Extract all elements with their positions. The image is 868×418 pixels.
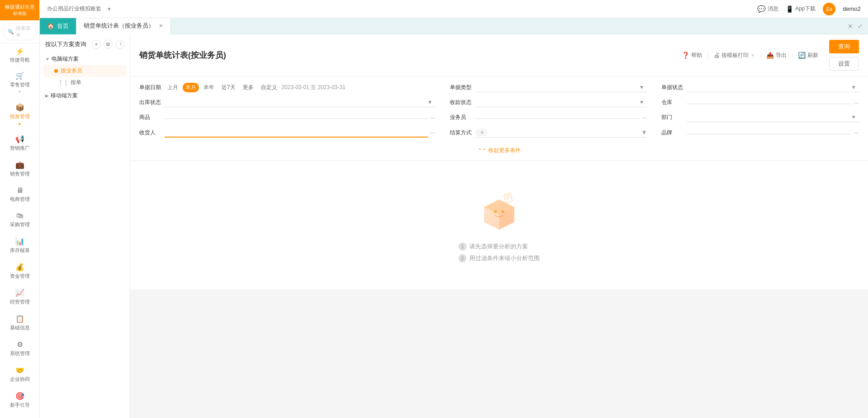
scheme-panel-icons: + ⚙ 《 bbox=[92, 40, 124, 49]
sidebar-search[interactable]: 🔍 搜索菜单 bbox=[0, 20, 39, 43]
query-button[interactable]: 查询 bbox=[829, 40, 859, 53]
sidebar-item-purchase[interactable]: 🛍 采购管理 bbox=[0, 207, 39, 233]
basic-icon: 📋 bbox=[15, 314, 24, 323]
quicknav-icon: ⚡ bbox=[15, 47, 24, 56]
date-tabs-group: 上月 本月 本年 近7天 更多 自定义 2023-03-01 至 2023-03… bbox=[165, 83, 435, 92]
avatar-text: Ea bbox=[826, 6, 832, 12]
filter-out-status: 出库状态 ▼ bbox=[139, 98, 435, 107]
scheme-group-mobile-toggle[interactable]: ▶ 移动端方案 bbox=[43, 90, 126, 101]
divider3 bbox=[792, 52, 793, 59]
sidebar-item-appstore[interactable]: 🔲 应用中心 bbox=[0, 413, 39, 418]
collapse-filter-button[interactable]: ⌃⌃ 收起更多条件 bbox=[139, 143, 859, 154]
inventory-icon: 📊 bbox=[15, 237, 24, 246]
settle-select[interactable]: × ▼ bbox=[475, 128, 647, 138]
sidebar-item-marketing[interactable]: 📢 营销推广 bbox=[0, 130, 39, 156]
settle-tag-close-icon[interactable]: × bbox=[481, 129, 484, 136]
warehouse-dots[interactable]: ··· bbox=[854, 99, 859, 106]
close-window-icon[interactable]: ✕ bbox=[848, 23, 853, 30]
inventory-label: 库存核算 bbox=[10, 247, 30, 254]
sidebar-item-wholesale[interactable]: 📦 批发管理 ▲ bbox=[0, 99, 39, 130]
sidebar-item-sales[interactable]: 💼 销售管理 bbox=[0, 156, 39, 182]
staff-input-area[interactable] bbox=[475, 116, 640, 119]
consignee-dots[interactable]: ··· bbox=[430, 129, 435, 136]
sidebar-item-finance[interactable]: 💰 资金管理 bbox=[0, 258, 39, 284]
settings-scheme-button[interactable]: ⚙ bbox=[104, 40, 113, 49]
date-tab-7days[interactable]: 近7天 bbox=[219, 83, 238, 92]
home-icon: 🏠 bbox=[47, 23, 54, 29]
filter-recv-status: 收款状态 ▼ bbox=[450, 98, 647, 107]
sidebar-item-quicknav[interactable]: ⚡ 快捷导航 bbox=[0, 43, 39, 67]
sidebar-item-corp[interactable]: 🤝 企业协同 bbox=[0, 361, 39, 387]
doc-type-select[interactable]: ▼ bbox=[475, 83, 647, 92]
msg-button[interactable]: 💬 消息 bbox=[757, 5, 778, 13]
marketing-label: 营销推广 bbox=[10, 145, 30, 152]
maximize-icon[interactable]: ⤢ bbox=[858, 23, 863, 29]
purchase-label: 采购管理 bbox=[10, 221, 30, 228]
warehouse-input-area[interactable] bbox=[687, 101, 852, 104]
finance-label: 资金管理 bbox=[10, 273, 30, 280]
staff-dots[interactable]: ··· bbox=[642, 114, 647, 121]
sidebar-item-ecommerce[interactable]: 🖥 电商管理 bbox=[0, 182, 39, 207]
logo-text: 畅捷通好生意 bbox=[5, 4, 35, 10]
scheme-sub-by-order[interactable]: ⋮⋮ 按单 bbox=[43, 77, 126, 88]
recv-status-label: 收款状态 bbox=[450, 99, 472, 106]
date-tab-custom[interactable]: 自定义 bbox=[258, 83, 280, 92]
date-tab-lastmonth[interactable]: 上月 bbox=[165, 83, 181, 92]
out-status-select[interactable]: ▼ bbox=[165, 98, 435, 107]
date-tab-more[interactable]: 更多 bbox=[240, 83, 256, 92]
tip2-num: 2 bbox=[458, 254, 467, 262]
scheme-by-order-label: 按单 bbox=[71, 79, 81, 86]
scheme-item-by-staff[interactable]: 按业务员 bbox=[43, 65, 126, 77]
svg-rect-5 bbox=[504, 193, 512, 203]
brand-dots[interactable]: ··· bbox=[854, 129, 859, 136]
help-icon: ❓ bbox=[682, 52, 689, 59]
tab-close-icon[interactable]: ✕ bbox=[159, 23, 163, 29]
avatar[interactable]: Ea bbox=[823, 3, 835, 15]
sidebar-item-retail[interactable]: 🛒 零售管理 ▼ bbox=[0, 67, 39, 99]
search-icon: 🔍 bbox=[8, 29, 14, 35]
print-button[interactable]: 🖨 按模板打印 ▼ bbox=[713, 52, 755, 59]
out-status-label: 出库状态 bbox=[139, 99, 161, 106]
sidebar-item-basic[interactable]: 📋 基础信息 bbox=[0, 310, 39, 336]
group-desktop-label: 电脑端方案 bbox=[52, 55, 79, 63]
breadcrumb-arrow-icon[interactable]: ▼ bbox=[107, 6, 112, 12]
date-tab-thismonth[interactable]: 本月 bbox=[183, 83, 199, 92]
refresh-button[interactable]: 🔄 刷新 bbox=[798, 52, 818, 59]
empty-tips: 1 请先选择要分析的方案 2 用过滤条件来缩小分析范围 bbox=[458, 242, 540, 262]
goods-label: 商品 bbox=[139, 114, 161, 121]
collapse-panel-button[interactable]: 《 bbox=[115, 40, 124, 49]
dept-select[interactable]: ▼ bbox=[687, 113, 859, 122]
export-button[interactable]: 📤 导出 bbox=[766, 52, 787, 59]
help-button[interactable]: ❓ 帮助 bbox=[682, 52, 702, 59]
doc-status-select[interactable]: ▼ bbox=[687, 83, 859, 92]
settings-icon: ⚙ bbox=[106, 42, 110, 48]
filter-row-1: 单据日期 上月 本月 本年 近7天 更多 自定义 2023-03-01 至 20… bbox=[139, 83, 859, 92]
username-label[interactable]: demo2 bbox=[843, 5, 861, 12]
sidebar-item-guide[interactable]: 🎯 新手引导 bbox=[0, 387, 39, 413]
brand-input-area[interactable] bbox=[687, 131, 852, 134]
tab-home[interactable]: 🏠 首页 bbox=[40, 18, 76, 34]
sidebar-item-inventory[interactable]: 📊 库存核算 bbox=[0, 233, 39, 258]
goods-dots[interactable]: ··· bbox=[430, 114, 435, 121]
sidebar-item-system[interactable]: ⚙ 系统管理 bbox=[0, 336, 39, 361]
topbar: 办公用品行业模拟账套 ▼ 💬 消息 📱 App下载 Ea demo2 bbox=[40, 0, 868, 18]
app-download-button[interactable]: 📱 App下载 bbox=[786, 5, 816, 13]
group-mobile-label: 移动端方案 bbox=[51, 92, 78, 100]
ecommerce-label: 电商管理 bbox=[10, 196, 30, 203]
setting-button[interactable]: 设置 bbox=[829, 57, 859, 71]
filter-row-2: 出库状态 ▼ 收款状态 ▼ bbox=[139, 98, 859, 107]
recv-status-select[interactable]: ▼ bbox=[475, 98, 647, 107]
goods-input-area[interactable] bbox=[165, 116, 428, 119]
tab-sales-stat[interactable]: 销货单统计表（按业务员） ✕ bbox=[76, 18, 171, 34]
settle-label: 结算方式 bbox=[450, 129, 472, 137]
dept-label: 部门 bbox=[661, 114, 683, 121]
scheme-group-desktop-toggle[interactable]: ▼ 电脑端方案 bbox=[43, 53, 126, 65]
refresh-label: 刷新 bbox=[807, 52, 818, 59]
active-dot bbox=[54, 69, 58, 73]
page-title: 销货单统计表(按业务员) bbox=[139, 50, 226, 61]
date-tab-thisyear[interactable]: 本年 bbox=[201, 83, 217, 92]
add-scheme-button[interactable]: + bbox=[92, 40, 101, 49]
sidebar-item-operation[interactable]: 📈 经营管理 bbox=[0, 284, 39, 310]
filter-dept: 部门 ▼ bbox=[661, 113, 859, 122]
consignee-input[interactable] bbox=[165, 128, 428, 138]
